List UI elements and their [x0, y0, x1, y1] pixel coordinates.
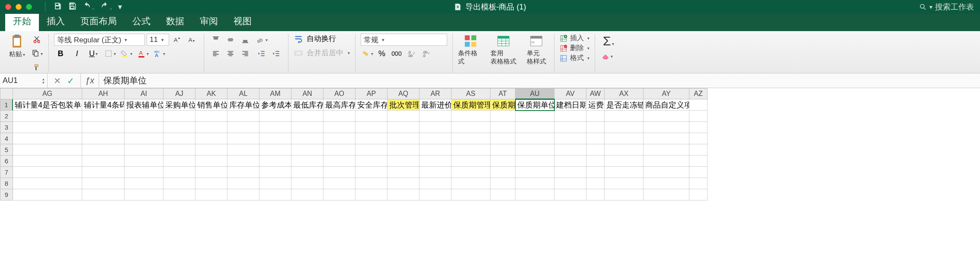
column-header[interactable]: AY [644, 88, 689, 99]
wrap-text-button[interactable]: 自动换行 [294, 34, 350, 44]
cell[interactable] [452, 122, 490, 133]
phonetic-icon[interactable]: abcA [153, 48, 166, 60]
minimize-window[interactable] [16, 4, 22, 10]
cell[interactable] [605, 144, 644, 156]
cell[interactable] [227, 167, 259, 178]
cell[interactable] [586, 133, 605, 144]
cell[interactable] [355, 167, 388, 178]
cell[interactable] [644, 133, 689, 144]
cell[interactable]: 最新进价 [420, 99, 452, 111]
cell[interactable] [195, 144, 227, 156]
cell[interactable] [490, 111, 516, 122]
column-header[interactable]: AZ [689, 88, 708, 99]
cell[interactable] [420, 178, 452, 189]
cell[interactable] [490, 156, 516, 167]
decrease-decimal-icon[interactable]: .00.0 [420, 48, 432, 60]
cell[interactable] [195, 178, 227, 189]
cell[interactable] [452, 167, 490, 178]
cell[interactable] [125, 133, 163, 144]
increase-indent-icon[interactable] [270, 48, 283, 60]
cell[interactable] [291, 167, 323, 178]
cell[interactable]: 最高库存 [323, 99, 355, 111]
column-header[interactable]: AM [259, 88, 291, 99]
cell[interactable] [82, 178, 125, 189]
cell[interactable] [13, 156, 82, 167]
cell[interactable] [689, 178, 708, 189]
tab-data[interactable]: 数据 [158, 12, 192, 31]
cell[interactable] [689, 156, 708, 167]
cell[interactable] [323, 144, 355, 156]
increase-decimal-icon[interactable]: .0.00 [405, 48, 418, 60]
cell[interactable] [13, 167, 82, 178]
cell[interactable]: 库存单位 [227, 99, 259, 111]
cell[interactable] [291, 133, 323, 144]
row-header[interactable]: 9 [0, 189, 13, 200]
cell[interactable] [689, 122, 708, 133]
redo-icon[interactable] [100, 2, 112, 13]
cell[interactable] [644, 189, 689, 200]
cell[interactable] [388, 144, 420, 156]
tab-layout[interactable]: 页面布局 [73, 12, 125, 31]
cell[interactable] [644, 167, 689, 178]
align-bottom-icon[interactable] [239, 34, 252, 46]
cell[interactable] [388, 189, 420, 200]
cell[interactable] [82, 122, 125, 133]
cell[interactable] [516, 144, 554, 156]
column-header[interactable]: AV [554, 88, 586, 99]
row-header[interactable]: 8 [0, 178, 13, 189]
cell[interactable] [420, 144, 452, 156]
cell[interactable] [516, 167, 554, 178]
cell[interactable] [388, 133, 420, 144]
cell[interactable]: 商品自定义项 [644, 99, 689, 111]
cell[interactable] [355, 156, 388, 167]
cell[interactable] [227, 144, 259, 156]
cell[interactable] [259, 144, 291, 156]
bold-icon[interactable]: B [54, 48, 67, 60]
cell[interactable] [82, 189, 125, 200]
cell[interactable] [163, 156, 195, 167]
cell[interactable] [490, 189, 516, 200]
cell[interactable] [227, 178, 259, 189]
fx-icon[interactable]: ƒx [81, 73, 99, 88]
cell[interactable] [689, 111, 708, 122]
cell[interactable] [13, 189, 82, 200]
align-top-icon[interactable] [209, 34, 222, 46]
spreadsheet-grid[interactable]: AGAHAIAJAKALAMANAOAPAQARASATAUAVAWAXAYAZ… [0, 88, 980, 200]
column-header[interactable]: AU [516, 88, 554, 99]
cell[interactable] [195, 156, 227, 167]
cell[interactable] [452, 133, 490, 144]
column-header[interactable]: AS [452, 88, 490, 99]
currency-icon[interactable] [361, 48, 374, 60]
cell[interactable] [323, 167, 355, 178]
cancel-formula-icon[interactable]: ✕ [54, 76, 61, 86]
cell-styles-button[interactable]: 单元 格样式 [524, 34, 549, 66]
cell[interactable] [163, 189, 195, 200]
cell[interactable] [13, 133, 82, 144]
align-middle-icon[interactable] [224, 34, 237, 46]
cell[interactable] [605, 133, 644, 144]
cell[interactable] [82, 111, 125, 122]
cell[interactable] [605, 111, 644, 122]
cell[interactable] [163, 167, 195, 178]
cell[interactable] [227, 111, 259, 122]
cell[interactable] [82, 133, 125, 144]
cell[interactable]: 报表辅单位 [125, 99, 163, 111]
column-header[interactable]: AK [195, 88, 227, 99]
align-right-icon[interactable] [239, 48, 252, 60]
cell[interactable] [259, 189, 291, 200]
cell[interactable] [420, 133, 452, 144]
font-size-select[interactable]: 11 [147, 34, 169, 46]
row-header[interactable]: 4 [0, 133, 13, 144]
cell[interactable] [586, 167, 605, 178]
cell[interactable] [323, 189, 355, 200]
cell[interactable]: 批次管理 [388, 99, 420, 111]
cell[interactable] [291, 111, 323, 122]
merge-center-button[interactable]: 合并后居中 [294, 48, 350, 58]
cell[interactable] [323, 156, 355, 167]
cell[interactable] [554, 167, 586, 178]
cell[interactable] [227, 156, 259, 167]
cell[interactable] [13, 144, 82, 156]
cell[interactable]: 建档日期 [554, 99, 586, 111]
cell[interactable] [355, 122, 388, 133]
zoom-window[interactable] [26, 4, 32, 10]
